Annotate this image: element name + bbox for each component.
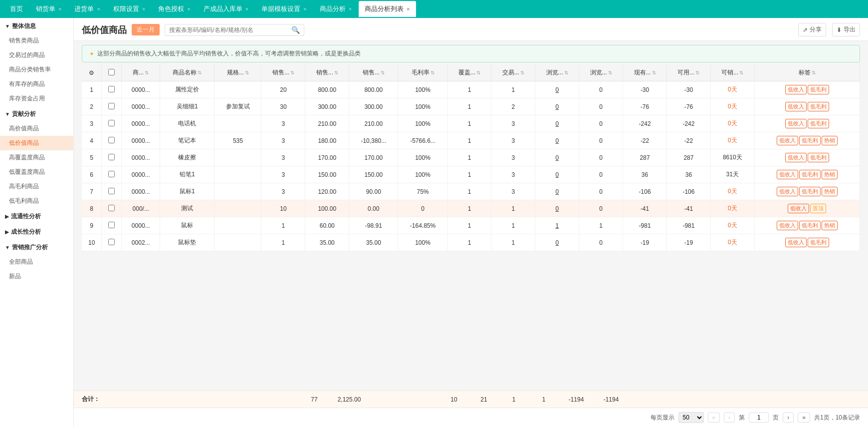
cell-checkbox[interactable]	[102, 234, 122, 251]
page-number-input[interactable]	[749, 413, 769, 423]
sort-icon-code[interactable]: ⇅	[145, 70, 149, 75]
browse-link[interactable]: 0	[555, 239, 559, 246]
nav-item-产成品入库单[interactable]: 产成品入库单×	[198, 1, 254, 17]
cell-browse1[interactable]: 0	[535, 200, 579, 217]
sidebar-section-整体信息[interactable]: ▼整体信息	[0, 18, 73, 33]
nav-item-首页[interactable]: 首页	[4, 1, 29, 17]
browse-link[interactable]: 0	[555, 103, 559, 110]
cell-browse1[interactable]: 0	[535, 183, 579, 200]
row-checkbox[interactable]	[108, 137, 115, 143]
close-icon[interactable]: ×	[142, 6, 145, 12]
browse-link[interactable]: 0	[555, 137, 559, 144]
close-icon[interactable]: ×	[187, 6, 190, 12]
col-header-sales_gross[interactable]: 销售...⇅	[349, 64, 398, 81]
col-header-transaction[interactable]: 交易...⇅	[491, 64, 535, 81]
sort-icon-browse1[interactable]: ⇅	[564, 70, 568, 75]
row-checkbox[interactable]	[108, 171, 115, 177]
cell-browse1[interactable]: 0	[535, 98, 579, 115]
sidebar-item-全部商品[interactable]: 全部商品	[0, 255, 73, 269]
sort-icon-salable[interactable]: ⇅	[739, 70, 743, 75]
sort-icon-sales_gross[interactable]: ⇅	[381, 70, 385, 75]
sort-icon-sales_qty[interactable]: ⇅	[290, 70, 294, 75]
nav-item-商品分析[interactable]: 商品分析×	[314, 1, 358, 17]
sidebar-item-有库存的商品[interactable]: 有库存的商品	[0, 77, 73, 91]
browse-link[interactable]: 1	[555, 222, 559, 229]
sidebar-item-新品[interactable]: 新品	[0, 269, 73, 284]
col-header-current[interactable]: 现有...⇅	[623, 64, 667, 81]
sidebar-item-交易过的商品[interactable]: 交易过的商品	[0, 48, 73, 62]
cell-checkbox[interactable]	[102, 183, 122, 200]
cell-checkbox[interactable]	[102, 115, 122, 132]
close-icon[interactable]: ×	[349, 6, 352, 12]
row-checkbox[interactable]	[108, 205, 115, 211]
cell-checkbox[interactable]	[102, 217, 122, 234]
close-icon[interactable]: ×	[97, 6, 100, 12]
sidebar-item-销售类商品[interactable]: 销售类商品	[0, 33, 73, 48]
sidebar-item-低毛利商品[interactable]: 低毛利商品	[0, 194, 73, 208]
col-header-sales_amt[interactable]: 销售...⇅	[305, 64, 349, 81]
browse-link[interactable]: 0	[555, 86, 559, 93]
col-header-spec[interactable]: 规格...⇅	[215, 64, 261, 81]
sidebar-section-流通性分析[interactable]: ▶流通性分析	[0, 208, 73, 224]
col-header-name[interactable]: 商品名称⇅	[160, 64, 215, 81]
cell-checkbox[interactable]	[102, 149, 122, 166]
nav-item-商品分析列表[interactable]: 商品分析列表×	[359, 1, 416, 17]
browse-link[interactable]: 0	[555, 188, 559, 195]
cell-checkbox[interactable]	[102, 98, 122, 115]
sort-icon-coverage[interactable]: ⇅	[476, 70, 480, 75]
sidebar-section-成长性分析[interactable]: ▶成长性分析	[0, 224, 73, 239]
cell-browse1[interactable]: 0	[535, 166, 579, 183]
sidebar-item-库存资金占用[interactable]: 库存资金占用	[0, 91, 73, 106]
row-checkbox[interactable]	[108, 222, 115, 228]
sort-icon-tags[interactable]: ⇅	[812, 70, 816, 75]
last-page-button[interactable]: »	[798, 413, 810, 423]
sort-icon-name[interactable]: ⇅	[198, 70, 202, 75]
row-checkbox[interactable]	[108, 188, 115, 194]
sort-icon-sales_amt[interactable]: ⇅	[334, 70, 338, 75]
cell-browse1[interactable]: 0	[535, 115, 579, 132]
sidebar-section-营销推广分析[interactable]: ▼营销推广分析	[0, 239, 73, 255]
cell-checkbox[interactable]	[102, 200, 122, 217]
sidebar-item-高毛利商品[interactable]: 高毛利商品	[0, 179, 73, 194]
sort-icon-browse2[interactable]: ⇅	[608, 70, 612, 75]
nav-item-角色授权[interactable]: 角色授权×	[152, 1, 196, 17]
browse-link[interactable]: 0	[555, 205, 559, 212]
close-icon[interactable]: ×	[58, 6, 61, 12]
sort-icon-current[interactable]: ⇅	[652, 70, 656, 75]
row-checkbox[interactable]	[108, 103, 115, 109]
sort-icon-spec[interactable]: ⇅	[245, 70, 249, 75]
browse-link[interactable]: 0	[555, 120, 559, 127]
sort-icon-available[interactable]: ⇅	[695, 70, 699, 75]
cell-browse1[interactable]: 0	[535, 149, 579, 166]
sidebar-item-高覆盖度商品[interactable]: 高覆盖度商品	[0, 150, 73, 165]
cell-checkbox[interactable]	[102, 166, 122, 183]
col-header-salable[interactable]: 可销...⇅	[710, 64, 754, 81]
nav-item-进货单[interactable]: 进货单×	[68, 1, 106, 17]
first-page-button[interactable]: «	[708, 413, 720, 423]
sidebar-item-商品分类销售率[interactable]: 商品分类销售率	[0, 62, 73, 77]
cell-checkbox[interactable]	[102, 81, 122, 98]
close-icon[interactable]: ×	[407, 6, 410, 12]
cell-checkbox[interactable]	[102, 132, 122, 149]
search-input[interactable]	[169, 26, 291, 33]
sort-icon-margin[interactable]: ⇅	[431, 70, 434, 75]
export-button[interactable]: ⬇ 导出	[832, 23, 860, 36]
sidebar-section-贡献分析[interactable]: ▼贡献分析	[0, 106, 73, 121]
cell-browse1[interactable]: 0	[535, 234, 579, 251]
col-header-tags[interactable]: 标签⇅	[754, 64, 860, 81]
close-icon[interactable]: ×	[303, 6, 306, 12]
col-header-sales_qty[interactable]: 销售...⇅	[261, 64, 305, 81]
col-header-code[interactable]: 商...⇅	[122, 64, 160, 81]
filter-button[interactable]: 近一月	[132, 24, 160, 35]
cell-browse1[interactable]: 1	[535, 217, 579, 234]
prev-page-button[interactable]: ‹	[724, 413, 735, 423]
browse-link[interactable]: 0	[555, 171, 559, 178]
col-header-browse2[interactable]: 浏览...⇅	[579, 64, 623, 81]
sidebar-item-高价值商品[interactable]: 高价值商品	[0, 121, 73, 136]
share-button[interactable]: ⇗ 分享	[798, 23, 826, 36]
nav-item-单据模板设置[interactable]: 单据模板设置×	[255, 1, 312, 17]
cell-browse1[interactable]: 0	[535, 132, 579, 149]
cell-browse1[interactable]: 0	[535, 81, 579, 98]
sort-icon-transaction[interactable]: ⇅	[520, 70, 524, 75]
sidebar-item-低价值商品[interactable]: 低价值商品	[0, 136, 73, 150]
